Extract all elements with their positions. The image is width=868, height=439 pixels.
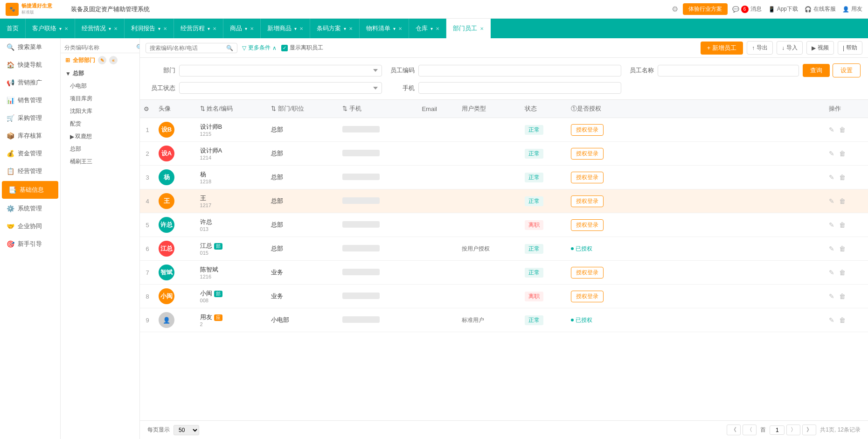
show-resigned-toggle[interactable]: ✓ 显示离职员工 <box>281 44 323 52</box>
dept-tree-header[interactable]: ⊞ 全部部门 ✎ « <box>61 53 139 67</box>
th-name[interactable]: ⇅ 姓名/编码 <box>196 100 268 118</box>
sidebar-item-marketing[interactable]: 📢 营销推广 <box>0 74 60 91</box>
dept-node-shuanglu[interactable]: ▶ 双鹿想 <box>61 130 139 143</box>
edit-icon[interactable]: ✎ <box>829 269 834 276</box>
nav-tab-home[interactable]: 首页 <box>0 19 26 38</box>
resigned-checkbox[interactable]: ✓ <box>281 45 288 51</box>
edit-icon[interactable]: ✎ <box>829 174 834 181</box>
phone-label: 手机 <box>387 84 415 92</box>
row-dept-cell: 总部 <box>267 237 339 261</box>
th-settings[interactable]: ⚙ <box>140 100 155 118</box>
dept-select[interactable] <box>179 65 382 77</box>
emp-code-input[interactable] <box>418 65 621 77</box>
dept-node-brush[interactable]: 桶刷王三 <box>61 155 139 168</box>
delete-icon[interactable]: 🗑 <box>839 174 846 181</box>
edit-icon[interactable]: ✎ <box>829 197 834 205</box>
sidebar-item-inventory[interactable]: 📦 库存核算 <box>0 127 60 145</box>
filter-more-btn[interactable]: ▽ 更多条件 ∧ <box>242 44 277 52</box>
emp-status-select[interactable] <box>179 82 382 94</box>
dept-search-input[interactable] <box>64 44 134 51</box>
trial-btn[interactable]: 体验行业方案 <box>683 3 728 15</box>
message-btn[interactable]: 💬 6 消息 <box>732 5 762 13</box>
row-name-cell: 用友应 2 <box>196 308 268 332</box>
search-form: 部门 员工编码 员工名称 查询 设置 员工状态 <box>140 58 868 100</box>
dept-edit-icon[interactable]: ✎ <box>98 56 106 64</box>
sidebar-item-guide[interactable]: 🎯 新手引导 <box>0 235 60 253</box>
user-label: 用友 <box>851 5 862 13</box>
add-employee-btn[interactable]: + 新增员工 <box>701 42 743 55</box>
pager-first[interactable]: 《 <box>727 425 741 435</box>
nav-tab-new-goods[interactable]: 新增商品▾✕ <box>261 19 310 38</box>
auth-btn-4[interactable]: 授权登录 <box>571 219 604 231</box>
sidebar-item-sales[interactable]: 📊 销售管理 <box>0 91 60 109</box>
delete-icon[interactable]: 🗑 <box>839 269 846 276</box>
help-btn[interactable]: | 帮助 <box>838 41 862 55</box>
sidebar-item-system[interactable]: ⚙️ 系统管理 <box>0 200 60 217</box>
pager-next[interactable]: 〉 <box>786 425 800 435</box>
export-btn[interactable]: ↑ 导出 <box>747 41 773 55</box>
row-num: 5 <box>140 213 155 237</box>
delete-icon[interactable]: 🗑 <box>839 126 846 133</box>
auth-btn-6[interactable]: 授权登录 <box>571 267 604 279</box>
dept-node-shenyang[interactable]: 沈阳大库 <box>61 105 139 118</box>
form-settings-btn[interactable]: 设置 <box>833 63 861 77</box>
auth-btn-3[interactable]: 授权登录 <box>571 195 604 207</box>
th-phone[interactable]: ⇅ 手机 <box>339 100 418 118</box>
edit-icon[interactable]: ✎ <box>829 293 834 300</box>
pager-last[interactable]: 》 <box>802 425 816 435</box>
edit-icon[interactable]: ✎ <box>829 245 834 252</box>
page-input[interactable] <box>770 425 785 435</box>
dept-node-small-elec[interactable]: 小电部 <box>61 80 139 92</box>
user-btn[interactable]: 👤 用友 <box>842 5 862 13</box>
phone-input[interactable] <box>418 82 621 94</box>
th-dept[interactable]: ⇅ 部门/职位 <box>267 100 339 118</box>
edit-icon[interactable]: ✎ <box>829 150 834 157</box>
nav-tab-business[interactable]: 经营情况▾✕ <box>75 19 125 38</box>
pager-prev[interactable]: 〈 <box>743 425 757 435</box>
nav-tab-bom[interactable]: 物料清单▾✕ <box>360 19 409 38</box>
dept-node-hq[interactable]: 总部 <box>61 143 139 155</box>
per-page-select[interactable]: 50 20 100 <box>174 425 199 435</box>
nav-tab-dept-staff[interactable]: 部门员工✕ <box>446 19 491 38</box>
edit-icon[interactable]: ✎ <box>829 316 834 324</box>
delete-icon[interactable]: 🗑 <box>839 221 846 229</box>
emp-name-input[interactable] <box>658 65 799 77</box>
auth-btn-2[interactable]: 授权登录 <box>571 172 604 183</box>
delete-icon[interactable]: 🗑 <box>839 150 846 157</box>
nav-tab-history[interactable]: 经营历程▾✕ <box>174 19 223 38</box>
sidebar-item-operations[interactable]: 📋 经营管理 <box>0 162 60 180</box>
edit-icon[interactable]: ✎ <box>829 126 834 133</box>
import-btn[interactable]: ↓ 导入 <box>777 41 803 55</box>
delete-icon[interactable]: 🗑 <box>839 293 846 300</box>
delete-icon[interactable]: 🗑 <box>839 245 846 252</box>
auth-btn-0[interactable]: 授权登录 <box>571 124 604 136</box>
sidebar-item-finance[interactable]: 💰 资金管理 <box>0 145 60 162</box>
sidebar-item-enterprise[interactable]: 🤝 企业协同 <box>0 217 60 235</box>
edit-icon[interactable]: ✎ <box>829 221 834 229</box>
filter-search-input[interactable] <box>150 45 224 51</box>
auth-btn-7[interactable]: 授权登录 <box>571 291 604 302</box>
nav-tab-profit[interactable]: 利润报告▾✕ <box>125 19 174 38</box>
search-btn[interactable]: 查询 <box>803 64 830 77</box>
nav-tab-warehouse[interactable]: 仓库▾✕ <box>409 19 446 38</box>
dept-collapse-icon[interactable]: « <box>109 56 118 64</box>
sidebar-item-search[interactable]: 🔍 搜索菜单 <box>0 38 60 56</box>
row-dept-cell: 业务 <box>267 285 339 308</box>
app-download-btn[interactable]: 📱 App下载 <box>768 5 798 13</box>
nav-tab-customer[interactable]: 客户联络▾✕ <box>26 19 75 38</box>
nav-tab-barcode[interactable]: 条码方案▾✕ <box>310 19 360 38</box>
auth-btn-1[interactable]: 授权登录 <box>571 148 604 160</box>
delete-icon[interactable]: 🗑 <box>839 197 846 205</box>
sidebar-item-basic-info[interactable]: 📑 基础信息 <box>2 181 58 199</box>
sidebar-item-nav[interactable]: 🏠 快捷导航 <box>0 56 60 74</box>
dept-group-general-label[interactable]: ▼ 总部 <box>61 67 139 80</box>
view-btn[interactable]: ▶ 视频 <box>806 41 834 55</box>
online-service-btn[interactable]: 🎧 在线客服 <box>805 5 836 13</box>
nav-tab-goods[interactable]: 商品▾✕ <box>223 19 261 38</box>
settings-icon[interactable]: ⚙ <box>672 5 678 14</box>
dept-node-delivery[interactable]: 配货 <box>61 118 139 130</box>
sidebar-item-purchase[interactable]: 🛒 采购管理 <box>0 109 60 127</box>
delete-icon[interactable]: 🗑 <box>839 316 846 324</box>
dept-node-project[interactable]: 项目库房 <box>61 92 139 105</box>
row-status-cell: 正常 <box>521 189 567 213</box>
